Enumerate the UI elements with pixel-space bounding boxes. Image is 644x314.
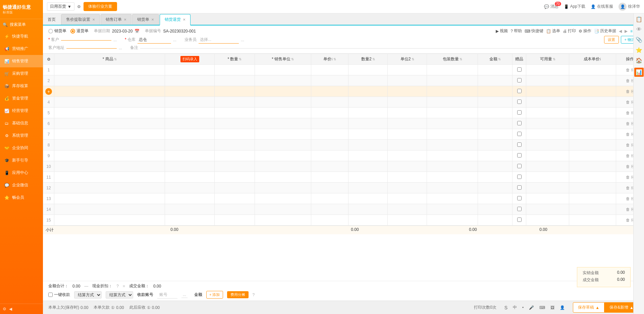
row-8-delete-icon[interactable]: 🗑 xyxy=(626,143,630,147)
user-profile[interactable]: 👤 徐泽华 xyxy=(619,3,640,11)
sidebar-item-basic[interactable]: 🗂 基础信息 xyxy=(0,117,43,129)
col-qty-sort[interactable]: ⇅ xyxy=(239,57,241,61)
active-qty2[interactable] xyxy=(348,86,388,97)
toolbar-icon-2[interactable]: 中 xyxy=(513,305,517,310)
sidebar-item-wechat[interactable]: 💬 企业微信 xyxy=(0,179,43,191)
action-operate[interactable]: ⚙ 操作 xyxy=(579,28,591,34)
row-2-pack-qty[interactable] xyxy=(427,75,478,86)
trial-button[interactable]: 体验行业方案 xyxy=(84,2,117,11)
right-panel-icon-4[interactable]: ⭐ xyxy=(636,47,642,53)
right-panel-icon-1[interactable]: 📋 xyxy=(636,16,642,22)
tab-sales-close[interactable]: ✕ xyxy=(151,18,154,21)
row-6-delete-icon[interactable]: 🗑 xyxy=(626,121,630,126)
tab-return[interactable]: 销货退货 ✕ xyxy=(160,14,191,25)
account-select[interactable]: 账号 xyxy=(157,291,177,299)
toolbar-icon-6[interactable]: 🖼 xyxy=(550,305,554,310)
address-more-btn[interactable]: ... xyxy=(119,46,122,50)
row-2-unit2[interactable] xyxy=(388,75,427,86)
sidebar-item-operation[interactable]: 📈 经营管理 xyxy=(0,105,43,117)
account-dots-btn[interactable]: ... xyxy=(181,292,187,298)
row-14-gift-checkbox[interactable] xyxy=(517,207,522,211)
sidebar-item-newbie[interactable]: 🎓 新手引导 xyxy=(0,154,43,167)
action-history[interactable]: 📑 历史单据 xyxy=(594,28,616,34)
prev-icon[interactable]: ◀ xyxy=(619,29,622,34)
salesperson-input[interactable]: 选择... xyxy=(199,36,239,44)
col-product-sort[interactable]: ⇅ xyxy=(114,57,117,61)
add-button[interactable]: + 添加 xyxy=(206,291,223,299)
active-product-input[interactable] xyxy=(56,89,163,94)
fee-split-button[interactable]: 费用分摊 xyxy=(227,291,249,298)
row-2-delete-icon[interactable]: 🗑 xyxy=(626,78,630,83)
row-11-delete-icon[interactable]: 🗑 xyxy=(626,175,630,180)
next-icon[interactable]: ▶ xyxy=(625,29,628,34)
col-pack-qty-sort[interactable]: ⇅ xyxy=(460,57,462,61)
sidebar-item-appcenter[interactable]: 📱 应用中心 xyxy=(0,167,43,179)
right-panel-icon-2[interactable]: 👁 xyxy=(636,26,642,33)
action-shortcut[interactable]: ⌨ 快捷键 xyxy=(525,28,543,34)
row-2-qty[interactable] xyxy=(215,75,255,86)
calc-method-select[interactable]: 结算方式 xyxy=(106,291,133,299)
active-pack-qty[interactable] xyxy=(427,86,478,97)
radio-sales[interactable]: 销货单 xyxy=(48,28,66,34)
right-panel-icon-5[interactable]: 🏠 xyxy=(636,57,642,64)
sidebar-item-marketing[interactable]: 📢 营销推广 xyxy=(0,43,43,55)
customer-input[interactable] xyxy=(61,39,111,41)
tab-sales-order[interactable]: 销售订单 ✕ xyxy=(101,14,131,25)
col-unit2-sort[interactable]: ⇅ xyxy=(412,57,414,61)
industry-select[interactable]: 日用百货 ▼ xyxy=(47,2,74,11)
row-1-unit2[interactable] xyxy=(388,65,427,75)
row-1-qty[interactable] xyxy=(215,65,255,75)
right-panel-icon-3[interactable]: 📎 xyxy=(636,37,642,43)
col-available-sort[interactable]: ⇅ xyxy=(553,57,555,61)
row-7-gift-checkbox[interactable] xyxy=(517,132,522,136)
sidebar-item-sales[interactable]: 📊 销售管理 xyxy=(0,55,43,67)
action-help[interactable]: ? 帮助 xyxy=(511,28,522,34)
row-10-delete-icon[interactable]: 🗑 xyxy=(626,164,630,169)
action-select[interactable]: 📋 选单 xyxy=(546,28,560,34)
row-1-amount[interactable] xyxy=(478,65,513,75)
fee-question-icon[interactable]: ? xyxy=(253,293,255,297)
row-11-gift-checkbox[interactable] xyxy=(517,175,522,179)
discount-help-icon[interactable]: ? xyxy=(116,284,119,289)
col-unit-price-sort[interactable]: ⇅ xyxy=(333,57,336,61)
list-view-icon[interactable]: ≡ xyxy=(630,29,633,34)
calendar-icon[interactable]: 📅 xyxy=(135,29,140,34)
scan-btn[interactable]: 扫码录入 xyxy=(180,56,199,62)
message-button[interactable]: 💬 消息 70 xyxy=(544,4,558,9)
tab-sales[interactable]: 销货单 ✕ xyxy=(132,14,159,25)
row-8-gift-checkbox[interactable] xyxy=(517,142,522,147)
row-1-unit-price[interactable] xyxy=(311,65,348,75)
sidebar-item-inventory[interactable]: 📦 库存核算 xyxy=(0,80,43,92)
row-13-delete-icon[interactable]: 🗑 xyxy=(626,196,630,201)
radio-return[interactable]: 退货单 xyxy=(70,28,89,34)
right-panel-icon-6[interactable]: 📊 xyxy=(634,68,644,77)
settlement-method-select[interactable]: 结算方式 xyxy=(74,291,102,299)
row-4-delete-icon[interactable]: 🗑 xyxy=(626,100,630,105)
col-amount-sort[interactable]: ⇅ xyxy=(498,57,501,61)
customer-more-btn[interactable]: ... xyxy=(113,38,117,42)
row-5-gift-checkbox[interactable] xyxy=(517,110,522,115)
add-row-button[interactable]: + xyxy=(45,88,52,95)
active-unit2[interactable] xyxy=(388,86,427,97)
row-2-gift-checkbox[interactable] xyxy=(517,78,522,82)
active-amount[interactable] xyxy=(478,86,513,97)
tab-sales-order-close[interactable]: ✕ xyxy=(124,18,126,21)
sidebar-item-finance[interactable]: 💰 资金管理 xyxy=(0,92,43,105)
tab-return-close[interactable]: ✕ xyxy=(183,18,185,21)
row-9-gift-checkbox[interactable] xyxy=(517,153,522,158)
tab-price-close[interactable]: ✕ xyxy=(92,18,95,21)
row-15-gift-checkbox[interactable] xyxy=(517,217,522,222)
row-1-pack-qty[interactable] xyxy=(427,65,478,75)
settings-button[interactable]: 设置 xyxy=(604,36,619,44)
salesperson-more-btn[interactable]: ... xyxy=(241,38,244,42)
row-13-gift-checkbox[interactable] xyxy=(517,196,522,200)
action-video[interactable]: ▶ 视频 xyxy=(496,28,508,34)
row-12-delete-icon[interactable]: 🗑 xyxy=(626,186,630,190)
tab-home[interactable]: 首页 xyxy=(43,14,60,25)
app-download-button[interactable]: 📱 App下载 xyxy=(564,4,585,9)
toolbar-icon-4[interactable]: 🎤 xyxy=(529,305,534,310)
sidebar-item-system[interactable]: ⚙ 系统管理 xyxy=(0,129,43,142)
one-click-collect-input[interactable] xyxy=(48,293,53,297)
row-12-gift-checkbox[interactable] xyxy=(517,185,522,190)
row-1-qty2[interactable] xyxy=(348,65,388,75)
